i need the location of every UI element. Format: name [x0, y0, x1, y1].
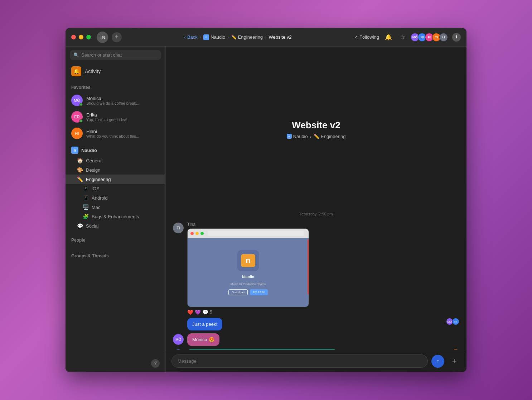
- chat-header-info: Website v2 n Naudio › ✏️ Engineering: [166, 47, 466, 205]
- workspace-breadcrumb: n Naudio: [203, 34, 225, 40]
- info-icon[interactable]: ℹ: [452, 33, 461, 42]
- peek-content: Just a peek!: [187, 318, 444, 330]
- add-attachment-button[interactable]: +: [448, 355, 461, 368]
- browser-url-bar: [208, 231, 304, 236]
- naudio-n-logo: n: [241, 254, 255, 267]
- activity-item[interactable]: 🔔 Activity: [66, 63, 165, 79]
- chat-item-hirini[interactable]: HI Hirini What do you think about this..…: [66, 125, 165, 142]
- activity-label: Activity: [85, 68, 101, 74]
- message-input[interactable]: [171, 354, 428, 368]
- member-avatar: +2: [439, 33, 448, 42]
- avatar-hirini: HI: [71, 128, 83, 139]
- channel-meta: n Naudio › ✏️ Engineering: [287, 134, 346, 139]
- ios-icon: 📱: [83, 186, 89, 191]
- workspace-meta-icon: n: [287, 134, 292, 139]
- preview-btn-download[interactable]: Download: [228, 289, 248, 295]
- channel-breadcrumb: ✏️ Engineering: [231, 34, 263, 40]
- channel-android[interactable]: 📱 Android: [66, 193, 165, 203]
- browser-dot-yellow: [195, 232, 199, 235]
- engineering-meta-icon: ✏️: [314, 134, 319, 139]
- channel-ios[interactable]: 📱 iOS: [66, 184, 165, 193]
- message-row-tina: TI Tina: [173, 222, 459, 315]
- titlebar: TN + ‹ Back › n Naudio › ✏️ Engineering …: [66, 28, 466, 47]
- mac-icon: 🖥️: [83, 204, 89, 210]
- sender-tina: Tina: [187, 222, 459, 227]
- avatar-tina-msg: TI: [173, 223, 184, 233]
- engineering-icon: ✏️: [231, 35, 237, 40]
- channel-title: Website v2: [292, 120, 340, 131]
- reactions-row: ❤️ 💜 💬 5: [187, 309, 459, 315]
- peek-read-avatars: MÓ NI: [447, 318, 459, 325]
- monica-bubble: Mónica 😍: [187, 333, 219, 346]
- meta-chevron: ›: [310, 134, 311, 139]
- bugs-icon: 🧩: [83, 214, 89, 219]
- main-area: 🔍 Search or start chat 🔔 Activity Favori…: [66, 47, 466, 372]
- purple-heart-reaction[interactable]: 💜: [195, 309, 201, 315]
- channel-design[interactable]: 🎨 Design: [66, 165, 165, 175]
- workspace-icon: n: [203, 34, 209, 40]
- messages-container: Yesterday, 2:50 pm TI Tina: [166, 205, 466, 350]
- minimize-button[interactable]: [79, 35, 83, 39]
- image-preview[interactable]: n Naudio Music for Productive Teams Down…: [187, 228, 309, 307]
- groups-header[interactable]: Groups & Threads: [66, 248, 165, 261]
- help-button[interactable]: ?: [151, 359, 160, 368]
- workspace-section: n Naudio 🏠 General 🎨 Design ✏️ Engineeri…: [66, 144, 165, 230]
- people-header[interactable]: People: [66, 232, 165, 245]
- add-button[interactable]: +: [112, 32, 122, 42]
- send-button[interactable]: ↑: [431, 355, 444, 368]
- user-avatar: TN: [97, 32, 108, 43]
- heart-reaction[interactable]: ❤️: [187, 309, 193, 315]
- checkmark-icon: ✓: [354, 34, 358, 40]
- search-icon: 🔍: [73, 52, 79, 58]
- nicolas-read-av: TI: [452, 349, 459, 350]
- chat-area: Website v2 n Naudio › ✏️ Engineering Yes…: [166, 47, 466, 372]
- channel-bugs-enhancements[interactable]: 🧩 Bugs & Enhancements: [66, 212, 165, 221]
- search-bar[interactable]: 🔍 Search or start chat: [70, 50, 161, 60]
- chat-info-erika: Erika Yup, that's a good idea!: [86, 112, 127, 122]
- red-bar-decoration: [308, 239, 309, 294]
- browser-dot-green: [200, 232, 204, 235]
- speech-reaction[interactable]: 💬: [202, 309, 208, 315]
- message-row-peek: Just a peek! MÓ NI: [173, 318, 459, 330]
- preview-subtitle: Music for Productive Teams: [231, 282, 266, 286]
- workspace-logo-icon: n: [71, 147, 78, 154]
- workspace-meta: n Naudio: [287, 134, 308, 139]
- chat-info-monica: Mónica Should we do a coffee break...: [86, 96, 139, 105]
- msg-content-tina: Tina n: [187, 222, 459, 315]
- close-button[interactable]: [71, 35, 76, 39]
- android-icon: 📱: [83, 195, 89, 201]
- chat-info-hirini: Hirini What do you think about this...: [86, 129, 139, 138]
- thread-name: Website v2: [269, 34, 291, 40]
- browser-dot-red: [190, 232, 194, 235]
- channel-social[interactable]: 💬 Social: [66, 221, 165, 230]
- browser-bar: [188, 229, 309, 238]
- preview-btn-try[interactable]: Try it free: [250, 289, 267, 295]
- notification-bell-icon[interactable]: 🔔: [383, 32, 393, 42]
- channel-mac[interactable]: 🖥️ Mac: [66, 203, 165, 212]
- home-icon: 🏠: [77, 158, 83, 163]
- fullscreen-button[interactable]: [86, 35, 91, 39]
- chat-item-erika[interactable]: ER Erika Yup, that's a good idea!: [66, 109, 165, 125]
- titlebar-actions: ✓ Following 🔔 ☆ MÓ NI FI TI +2 ℹ: [354, 32, 461, 42]
- people-section: People: [66, 230, 165, 246]
- pencil-icon: ✏️: [77, 176, 83, 182]
- peek-bubble: Just a peek!: [187, 318, 222, 330]
- following-button[interactable]: ✓ Following: [354, 34, 379, 40]
- reaction-count: 5: [210, 310, 212, 315]
- avatar-monica-msg: MÓ: [173, 334, 184, 345]
- message-input-area: ↑ +: [166, 350, 466, 372]
- naudio-logo-preview: n: [237, 250, 259, 271]
- groups-section: Groups & Threads: [66, 246, 165, 262]
- members-avatars[interactable]: MÓ NI FI TI +2: [412, 33, 448, 42]
- back-button[interactable]: ‹ Back: [184, 34, 198, 40]
- channel-general[interactable]: 🏠 General: [66, 156, 165, 165]
- sidebar-footer: ?: [66, 355, 165, 372]
- search-placeholder: Search or start chat: [81, 52, 122, 58]
- workspace-name[interactable]: n Naudio: [66, 144, 165, 156]
- chat-item-monica[interactable]: MÓ Mónica Should we do a coffee break...: [66, 92, 165, 109]
- message-row-monica: MÓ Mónica 😍: [173, 333, 459, 346]
- read-av-2: NI: [452, 318, 459, 325]
- channel-engineering[interactable]: ✏️ Engineering: [66, 175, 165, 184]
- monica-msg-content: Mónica 😍: [187, 333, 459, 346]
- star-icon[interactable]: ☆: [398, 32, 408, 42]
